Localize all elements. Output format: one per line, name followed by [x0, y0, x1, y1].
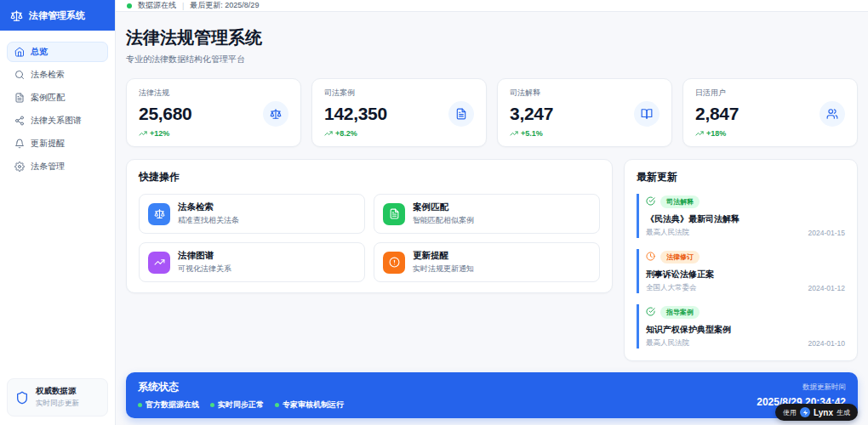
datasource-status: 数据源在线 — [138, 0, 176, 11]
file-text-icon — [383, 203, 405, 225]
system-status-title: 系统状态 — [138, 380, 344, 394]
stat-card-laws: 法律法规 25,680 +12% — [126, 78, 301, 147]
sidebar-item-label: 法律关系图谱 — [31, 115, 82, 127]
home-icon — [14, 47, 25, 57]
data-source-title: 权威数据源 — [36, 386, 79, 397]
lynx-logo-icon — [800, 407, 810, 417]
update-source: 全国人大常委会 — [646, 283, 697, 293]
topbar: 数据源在线 | 最后更新: 2025/8/29 — [116, 0, 868, 12]
sidebar-header: 法律管理系统 — [0, 0, 115, 31]
stat-value: 142,350 — [324, 104, 387, 124]
update-item[interactable]: 法律修订 刑事诉讼法修正案 全国人大常委会 2024-01-12 — [637, 249, 845, 293]
trending-up-icon — [148, 252, 170, 274]
update-badge: 指导案例 — [660, 306, 700, 319]
system-status-bar: 系统状态 官方数据源在线 实时同步正常 专家审核机制运行 数据更新时间 2025… — [126, 372, 858, 418]
status-item: 官方数据源在线 — [138, 400, 199, 411]
update-source: 最高人民法院 — [646, 228, 689, 238]
check-circle-icon — [646, 194, 655, 209]
panels-row: 快捷操作 法条检索 精准查找相关法条 案例匹配 — [126, 159, 858, 361]
gear-icon — [14, 162, 25, 172]
stat-trend: +8.2% — [324, 129, 474, 138]
sidebar-item-label: 法条管理 — [31, 161, 65, 173]
sidebar-item-law-search[interactable]: 法条检索 — [7, 65, 108, 85]
page-subtitle: 专业的法律数据结构化管理平台 — [126, 54, 858, 65]
action-case-match[interactable]: 案例匹配 智能匹配相似案例 — [374, 194, 600, 234]
sidebar-item-update-alerts[interactable]: 更新提醒 — [7, 133, 108, 154]
action-law-graph[interactable]: 法律图谱 可视化法律关系 — [139, 242, 365, 282]
update-item[interactable]: 指导案例 知识产权保护典型案例 最高人民法院 2024-01-10 — [637, 304, 845, 348]
stat-value: 25,680 — [139, 104, 191, 124]
lynx-generator-badge[interactable]: 使用 Lynx 生成 — [775, 404, 858, 421]
stat-label: 司法解释 — [510, 88, 660, 99]
file-text-icon — [14, 93, 25, 103]
badge-brand: Lynx — [814, 408, 833, 417]
badge-suffix: 生成 — [837, 408, 850, 417]
page-header: 法律法规管理系统 专业的法律数据结构化管理平台 — [126, 26, 858, 65]
update-date: 2024-01-10 — [808, 339, 845, 348]
quick-actions-panel: 快捷操作 法条检索 精准查找相关法条 案例匹配 — [126, 159, 613, 293]
quick-actions-title: 快捷操作 — [139, 170, 600, 184]
sidebar-item-label: 法条检索 — [31, 69, 65, 81]
stat-trend: +5.1% — [510, 129, 660, 138]
update-title: 刑事诉讼法修正案 — [646, 269, 845, 280]
stat-trend: +18% — [695, 129, 845, 138]
sidebar-nav: 总览 法条检索 案例匹配 法律关系图谱 更新提醒 法条管理 — [0, 31, 115, 188]
update-date: 2024-01-15 — [808, 229, 845, 237]
trending-up-icon — [695, 129, 704, 138]
green-status-dot — [210, 403, 214, 407]
data-source-card: 权威数据源 实时同步更新 — [7, 378, 108, 416]
latest-updates-panel: 最新更新 司法解释 《民法典》最新司法解释 最高人民法院 2024-01-15 — [624, 159, 858, 361]
main-area: 数据源在线 | 最后更新: 2025/8/29 法律法规管理系统 专业的法律数据… — [116, 0, 868, 425]
sidebar-item-label: 更新提醒 — [31, 138, 65, 150]
scale-logo-icon — [10, 9, 23, 22]
data-update-time-label: 数据更新时间 — [757, 382, 846, 393]
badge-prefix: 使用 — [783, 408, 797, 417]
page-title: 法律法规管理系统 — [126, 26, 858, 49]
clock-icon — [646, 249, 655, 264]
file-text-icon — [448, 101, 474, 127]
stat-card-interpretations: 司法解释 3,247 +5.1% — [497, 78, 672, 147]
book-open-icon — [634, 101, 660, 127]
trending-up-icon — [139, 129, 147, 138]
stat-trend: +12% — [139, 129, 288, 138]
scale-icon — [148, 203, 170, 225]
search-icon — [14, 70, 25, 80]
sidebar-item-case-match[interactable]: 案例匹配 — [7, 88, 108, 108]
trending-up-icon — [324, 129, 333, 138]
update-item[interactable]: 司法解释 《民法典》最新司法解释 最高人民法院 2024-01-15 — [637, 194, 845, 238]
app-window: 法律管理系统 总览 法条检索 案例匹配 法律关系图谱 更新提醒 — [0, 0, 868, 425]
update-source: 最高人民法院 — [646, 338, 689, 348]
update-title: 《民法典》最新司法解释 — [646, 213, 845, 225]
stats-row: 法律法规 25,680 +12% 司法案例 142,350 — [126, 78, 858, 147]
sidebar-item-overview[interactable]: 总览 — [7, 42, 108, 62]
share-network-icon — [14, 116, 25, 126]
green-status-dot — [275, 403, 279, 407]
trending-up-icon — [510, 129, 518, 138]
stat-card-active-users: 日活用户 2,847 +18% — [682, 78, 858, 147]
topbar-separator: | — [182, 2, 184, 10]
shield-icon — [15, 391, 29, 405]
sidebar: 法律管理系统 总览 法条检索 案例匹配 法律关系图谱 更新提醒 — [0, 0, 116, 425]
online-status-dot — [127, 3, 132, 8]
action-law-search[interactable]: 法条检索 精准查找相关法条 — [139, 194, 365, 234]
stat-label: 司法案例 — [324, 88, 474, 99]
stat-card-cases: 司法案例 142,350 +8.2% — [311, 78, 487, 147]
app-title: 法律管理系统 — [29, 9, 85, 22]
status-item: 实时同步正常 — [210, 400, 264, 411]
green-status-dot — [138, 403, 142, 407]
update-title: 知识产权保护典型案例 — [646, 324, 845, 336]
update-date: 2024-01-12 — [808, 284, 845, 292]
sidebar-item-relation-graph[interactable]: 法律关系图谱 — [7, 110, 108, 131]
users-icon — [819, 101, 845, 127]
sidebar-item-law-manage[interactable]: 法条管理 — [7, 156, 108, 177]
data-source-subtitle: 实时同步更新 — [36, 399, 79, 409]
action-update-alerts[interactable]: 更新提醒 实时法规更新通知 — [374, 242, 600, 282]
update-badge: 法律修订 — [660, 251, 700, 264]
update-badge: 司法解释 — [660, 196, 700, 208]
content: 法律法规管理系统 专业的法律数据结构化管理平台 法律法规 25,680 +12% — [116, 12, 868, 425]
alert-circle-icon — [383, 252, 405, 274]
sidebar-item-label: 案例匹配 — [31, 92, 65, 104]
stat-label: 日活用户 — [695, 88, 845, 99]
stat-value: 3,247 — [510, 104, 553, 124]
stat-label: 法律法规 — [139, 88, 288, 99]
